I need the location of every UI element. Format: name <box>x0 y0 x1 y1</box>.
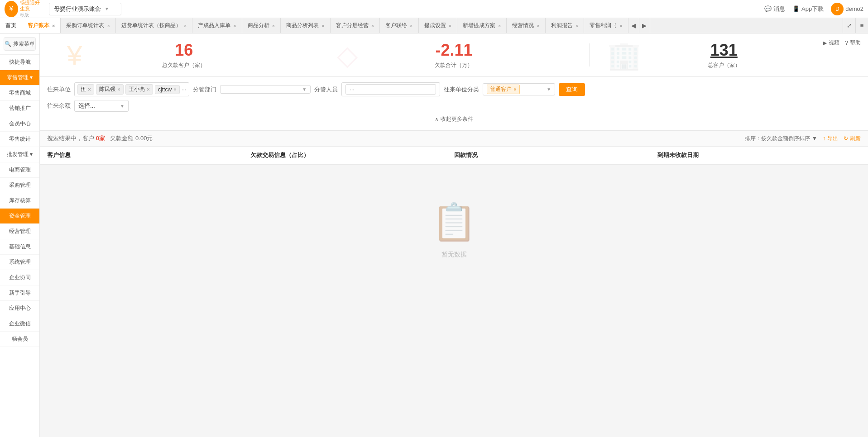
help-link[interactable]: ? 帮助 <box>845 39 861 47</box>
tab-goods-analysis-list-close[interactable]: × <box>321 23 324 28</box>
tab-more[interactable]: ≡ <box>855 18 868 33</box>
person-label: 分管人员 <box>314 86 338 94</box>
tab-goods-in[interactable]: 进货单统计表（按商品） × <box>116 18 192 33</box>
sidebar-item-finance[interactable]: 资金管理 <box>0 209 39 224</box>
tab-nav-left[interactable]: ◀ <box>628 18 639 33</box>
filter-tag-cjttcw: cjttcw × <box>155 85 180 94</box>
tab-customer-ledger-label: 客户账本 <box>28 22 49 29</box>
balance-select[interactable]: 选择... ▼ <box>74 100 129 112</box>
logo-name: 畅捷通好生意 <box>20 0 44 12</box>
tab-commission-set-close[interactable]: × <box>449 23 451 28</box>
person-more[interactable]: ··· <box>345 84 436 95</box>
sidebar-item-inventory[interactable]: 库存核算 <box>0 193 39 209</box>
tab-profit-report-label: 利润报告 <box>551 22 573 29</box>
tab-customer-ledger[interactable]: 客户账本 × <box>22 18 61 33</box>
sidebar-item-basic-info[interactable]: 基础信息 <box>0 239 39 255</box>
video-link[interactable]: ▶ 视频 <box>823 39 839 47</box>
results-amount-label: 欠款金额 <box>110 135 134 142</box>
tab-maximize[interactable]: ⤢ <box>843 18 855 33</box>
tab-commission-set[interactable]: 提成设置 × <box>419 18 457 33</box>
app-download-button[interactable]: 📱 App下载 <box>792 5 824 13</box>
filter-more-tags[interactable]: ··· <box>182 86 186 93</box>
sidebar-item-retail-stats[interactable]: 零售统计 <box>0 132 39 147</box>
sidebar-item-retail-mall[interactable]: 零售商城 <box>0 86 39 101</box>
tab-purchase-order[interactable]: 采购订单统计表 × <box>61 18 115 33</box>
query-button[interactable]: 查询 <box>559 83 585 96</box>
tab-goods-analysis[interactable]: 商品分析 × <box>242 18 281 33</box>
tab-customer-contact[interactable]: 客户联络 × <box>380 18 418 33</box>
tab-home[interactable]: 首页 <box>0 18 22 33</box>
refresh-button[interactable]: ↻ 刷新 <box>844 135 861 142</box>
unit-label: 往来单位 <box>47 86 71 94</box>
tab-profit-report[interactable]: 利润报告 × <box>546 18 584 33</box>
export-button[interactable]: ↑ 导出 <box>823 135 838 142</box>
tab-commission-add-close[interactable]: × <box>498 23 501 28</box>
sidebar-item-ecommerce[interactable]: 电商管理 <box>0 162 39 178</box>
sidebar-nav-label: 快捷导航 <box>0 55 39 70</box>
sidebar-item-member[interactable]: 会员中心 <box>0 116 39 132</box>
tab-business-label: 经营情况 <box>512 22 534 29</box>
tab-customer-ledger-close[interactable]: × <box>52 23 55 28</box>
tab-goods-analysis-close[interactable]: × <box>272 23 275 28</box>
results-count: 搜索结果中，客户 0家 欠款金额 0.00元 <box>47 134 153 142</box>
avatar: D <box>831 3 844 15</box>
tab-customer-contact-close[interactable]: × <box>410 23 412 28</box>
tab-customer-contact-label: 客户联络 <box>385 22 407 29</box>
app-download-label: App下载 <box>801 5 824 13</box>
filter-tag-wu-close[interactable]: × <box>88 86 91 93</box>
sidebar-item-wechat[interactable]: 企业微信 <box>0 316 39 332</box>
sidebar-item-wholesale[interactable]: 批发管理 ▾ <box>0 147 39 162</box>
sidebar-item-operation[interactable]: 经营管理 <box>0 224 39 239</box>
col-customer-info: 客户信息 <box>47 151 250 159</box>
message-button[interactable]: 💬 消息 <box>764 5 785 13</box>
filter-tag-wang: 王小亮 × <box>125 84 153 95</box>
tab-goods-analysis-list[interactable]: 商品分析列表 × <box>281 18 330 33</box>
empty-state: 📋 暂无数据 <box>40 165 868 295</box>
export-icon: ↑ <box>823 135 825 142</box>
tab-retail-profit[interactable]: 零售利润（ × <box>584 18 628 33</box>
sidebar-item-retail[interactable]: 零售管理 ▾ <box>0 70 39 86</box>
tab-customer-layer-close[interactable]: × <box>371 23 374 28</box>
tab-profit-report-close[interactable]: × <box>575 23 578 28</box>
filter-tag-chen: 陈民强 × <box>96 84 124 95</box>
dept-select[interactable]: ▼ <box>220 85 311 94</box>
user-menu[interactable]: D demo2 <box>831 3 863 15</box>
sort-label: 排序：按欠款金额倒序排序 ▼ <box>745 135 817 142</box>
unit-type-select[interactable]: 普通客户 × ▼ <box>483 83 555 95</box>
sidebar-item-system[interactable]: 系统管理 <box>0 255 39 270</box>
sidebar-item-member2[interactable]: 畅会员 <box>0 332 39 347</box>
sidebar-item-newbie[interactable]: 新手引导 <box>0 285 39 301</box>
dept-label: 分管部门 <box>193 86 216 94</box>
tab-retail-profit-close[interactable]: × <box>619 23 622 28</box>
tab-business[interactable]: 经营情况 × <box>507 18 545 33</box>
tab-commission-add[interactable]: 新增提成方案 × <box>457 18 507 33</box>
collapse-button[interactable]: ∧ 收起更多条件 <box>435 115 473 123</box>
tab-nav-right[interactable]: ▶ <box>639 18 650 33</box>
tab-goods-in-close[interactable]: × <box>184 23 187 28</box>
logo-sub: 标版 <box>20 12 44 18</box>
sidebar-item-purchase[interactable]: 采购管理 <box>0 178 39 193</box>
tab-purchase-order-close[interactable]: × <box>107 23 110 28</box>
col-repayment: 回款情况 <box>454 151 657 159</box>
search-icon: 🔍 <box>5 41 11 47</box>
filter-tag-cjttcw-close[interactable]: × <box>173 86 177 93</box>
person-input[interactable]: ··· <box>341 82 440 96</box>
empty-illustration: 📋 <box>432 201 477 243</box>
sidebar-item-marketing[interactable]: 营销推广 <box>0 101 39 116</box>
tab-customer-layer[interactable]: 客户分层经营 × <box>331 18 380 33</box>
client-type-close[interactable]: × <box>513 86 517 93</box>
col-due-date: 到期未收款日期 <box>657 151 861 159</box>
tab-business-close[interactable]: × <box>537 23 539 28</box>
tab-product-in-close[interactable]: × <box>233 23 236 28</box>
sidebar-item-app-center[interactable]: 应用中心 <box>0 301 39 316</box>
refresh-icon: ↻ <box>844 135 848 142</box>
filter-tag-chen-close[interactable]: × <box>117 86 120 93</box>
workspace-selector[interactable]: 母婴行业演示账套 ▼ <box>49 3 121 15</box>
content-area: ¥ 16 总欠款客户（家） ◇ -2.11 欠款合计（万） 🏢 131 总客户（… <box>40 33 868 437</box>
tab-goods-analysis-label: 商品分析 <box>248 22 269 29</box>
tab-product-in[interactable]: 产成品入库单 × <box>192 18 242 33</box>
client-type-tag: 普通客户 × <box>487 85 520 94</box>
sidebar-item-enterprise[interactable]: 企业协同 <box>0 270 39 285</box>
filter-tag-wang-close[interactable]: × <box>147 86 150 93</box>
search-menu-button[interactable]: 🔍 搜索菜单 <box>4 37 36 51</box>
